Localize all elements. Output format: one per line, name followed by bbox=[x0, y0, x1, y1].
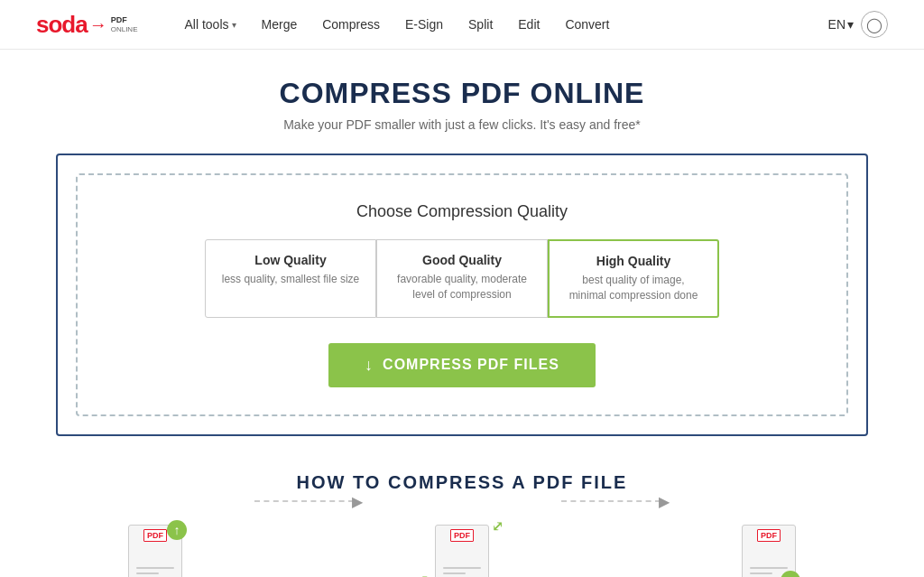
how-to-title: HOW TO COMPRESS A PDF FILE bbox=[56, 472, 868, 493]
nav-esign[interactable]: E-Sign bbox=[394, 12, 454, 37]
compress-arrows-icon-2: ⤡ bbox=[420, 572, 432, 577]
user-account-button[interactable]: ◯ bbox=[861, 11, 888, 38]
step-2: ⤢ ⤡ 2. Automatic Size Reduction bbox=[363, 520, 561, 577]
quality-high-desc: best quality of image, minimal compressi… bbox=[564, 273, 703, 303]
quality-low-desc: less quality, smallest file size bbox=[220, 272, 361, 287]
chevron-down-icon: ▾ bbox=[232, 20, 236, 30]
quality-low[interactable]: Low Quality less quality, smallest file … bbox=[205, 239, 376, 318]
quality-high-label: High Quality bbox=[564, 254, 703, 268]
language-selector[interactable]: EN ▾ bbox=[828, 17, 854, 32]
quality-options: Low Quality less quality, smallest file … bbox=[205, 239, 719, 318]
compress-button-label: COMPRESS PDF FILES bbox=[383, 357, 559, 373]
page-title: COMPRESS PDF ONLINE bbox=[280, 77, 645, 110]
dotted-line-2 bbox=[561, 500, 661, 502]
quality-low-label: Low Quality bbox=[220, 253, 361, 267]
inner-drop-zone: Choose Compression Quality Low Quality l… bbox=[76, 173, 848, 416]
step-2-icon: ⤢ ⤡ bbox=[426, 520, 498, 577]
main-nav: All tools ▾ Merge Compress E-Sign Split … bbox=[173, 12, 827, 37]
arrow-right-icon-2: ▶ bbox=[659, 493, 670, 510]
step-1-icon: ↑ bbox=[119, 520, 191, 577]
step-3: ↓ 3. View and Download bbox=[670, 520, 868, 577]
quality-good[interactable]: Good Quality favorable quality, moderate… bbox=[376, 239, 548, 318]
quality-good-desc: favorable quality, moderate level of com… bbox=[392, 272, 532, 302]
arrow-right-icon-1: ▶ bbox=[352, 493, 363, 510]
nav-convert[interactable]: Convert bbox=[554, 12, 620, 37]
step-1: ↑ 1. Choose a file to compress bbox=[56, 520, 254, 577]
drop-zone[interactable]: Choose Compression Quality Low Quality l… bbox=[56, 154, 868, 436]
compress-arrows-icon: ⤢ bbox=[492, 518, 504, 535]
pdf-doc-icon-2 bbox=[435, 525, 489, 577]
header-right: EN ▾ ◯ bbox=[828, 11, 888, 38]
step-3-icon: ↓ bbox=[733, 520, 805, 577]
logo-arrow-icon: → bbox=[89, 14, 107, 35]
dotted-line-1 bbox=[254, 500, 354, 502]
step-connector-2: ▶ bbox=[561, 493, 670, 510]
nav-all-tools[interactable]: All tools ▾ bbox=[173, 12, 246, 37]
upload-badge-icon: ↑ bbox=[167, 520, 187, 540]
pdf-doc-icon-3 bbox=[742, 525, 796, 577]
how-to-section: HOW TO COMPRESS A PDF FILE ↑ 1. Choose a… bbox=[56, 472, 868, 577]
step-connector-1: ▶ bbox=[254, 493, 363, 510]
quality-high[interactable]: High Quality best quality of image, mini… bbox=[548, 239, 719, 318]
page-subtitle: Make your PDF smaller with just a few cl… bbox=[283, 117, 641, 132]
download-icon: ↓ bbox=[365, 356, 374, 375]
compression-section-title: Choose Compression Quality bbox=[356, 202, 568, 221]
steps-row: ↑ 1. Choose a file to compress ▶ bbox=[56, 520, 868, 577]
chevron-down-icon: ▾ bbox=[847, 17, 854, 32]
user-icon: ◯ bbox=[866, 16, 882, 33]
logo[interactable]: soda → PDF ONLINE bbox=[36, 11, 137, 39]
quality-good-label: Good Quality bbox=[392, 253, 532, 267]
nav-merge[interactable]: Merge bbox=[251, 12, 309, 37]
logo-subtitle: PDF ONLINE bbox=[111, 15, 138, 33]
compress-button[interactable]: ↓ COMPRESS PDF FILES bbox=[328, 343, 596, 387]
nav-split[interactable]: Split bbox=[457, 12, 504, 37]
nav-edit[interactable]: Edit bbox=[507, 12, 550, 37]
logo-soda-text: soda bbox=[36, 11, 88, 39]
nav-compress[interactable]: Compress bbox=[311, 12, 391, 37]
